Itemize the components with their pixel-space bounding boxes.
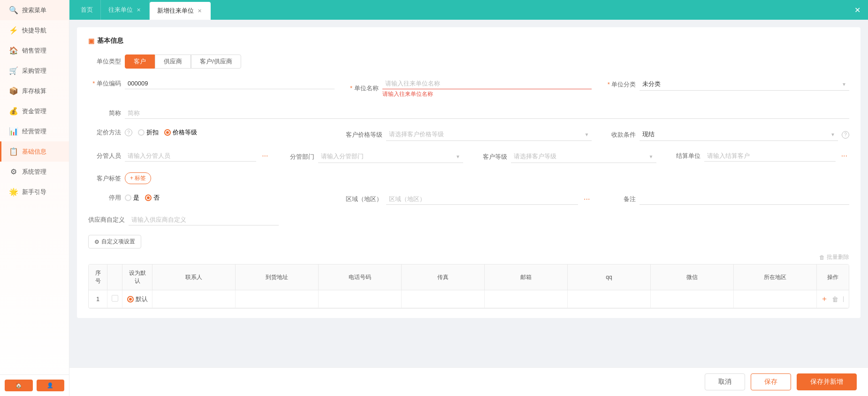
region-input[interactable] [386,194,578,205]
short-name-input[interactable] [125,108,849,119]
unit-code-input[interactable] [125,78,335,89]
radio-price-level[interactable]: 价格等级 [164,128,197,137]
manager-more-btn[interactable]: ··· [260,152,270,160]
sidebar-item-basic-info[interactable]: 📋 基础信息 [0,141,69,162]
default-radio[interactable] [127,296,134,303]
sidebar-home-btn[interactable]: 🏠 [5,380,33,391]
cell-checkbox[interactable] [107,290,122,308]
sidebar-item-finance[interactable]: 💰 资金管理 [0,101,69,121]
section-icon: ▣ [88,37,94,45]
row-add-btn[interactable]: ＋ [821,294,828,304]
supplier-custom-input[interactable] [129,214,279,225]
col-wechat: 微信 [650,264,733,290]
sidebar-item-purchase[interactable]: 🛒 采购管理 [0,61,69,81]
table-row: 1 默认 [89,290,849,308]
payment-terms-select[interactable]: 现结 ▼ [640,128,838,141]
col-email: 邮箱 [485,264,568,290]
custom-settings-row: ⚙ 自定义项设置 [88,235,849,248]
department-placeholder: 请输入分管部门 [321,152,364,161]
default-label: 默认 [136,295,148,303]
content-area: ▣ 基本信息 单位类型 客户 供应商 客户/供应商 单位编码 [69,20,868,367]
department-select[interactable]: 请输入分管部门 ▼ [318,150,464,163]
radio-price-level-circle [164,129,171,136]
manager-input[interactable] [125,150,256,162]
tags-field: 客户标签 + 标签 [88,172,849,184]
short-name-field: 简称 [88,108,849,119]
home-icon: 🏠 [9,46,18,55]
scroll-indicator: │ [842,296,845,302]
unit-name-input[interactable] [382,78,592,89]
window-close-btn[interactable]: ✕ [851,4,864,16]
cell-phone[interactable] [319,290,402,308]
cell-qq[interactable] [567,290,650,308]
radio-yes[interactable]: 是 [125,194,139,202]
radio-discount[interactable]: 折扣 [138,128,159,137]
section-title: ▣ 基本信息 [88,37,849,45]
money-icon: 💰 [9,107,18,116]
cell-wechat[interactable] [650,290,733,308]
sidebar-item-guide[interactable]: 🌟 新手引导 [0,182,69,202]
customer-price-chevron: ▼ [584,132,589,137]
remark-label: 备注 [603,195,636,203]
tab-new-contact[interactable]: 新增往来单位 ✕ [150,2,211,20]
region-more-btn[interactable]: ··· [582,195,592,203]
tab-new-contact-label: 新增往来单位 [157,7,194,15]
sidebar-item-sales[interactable]: 🏠 销售管理 [0,40,69,61]
sidebar-item-system[interactable]: ⚙ 系统管理 [0,162,69,182]
sidebar-item-operations[interactable]: 📊 经营管理 [0,121,69,141]
tab-contacts-close[interactable]: ✕ [136,7,142,13]
type-btn-customer[interactable]: 客户 [125,54,155,69]
sidebar-item-inventory[interactable]: 📦 库存核算 [0,81,69,101]
unit-type-field: 单位类型 客户 供应商 客户/供应商 [88,54,849,69]
remark-input[interactable] [640,194,849,205]
cancel-button[interactable]: 取消 [705,373,745,390]
unit-category-select[interactable]: 未分类 ▼ [640,78,849,91]
chart-icon: 📊 [9,127,18,136]
sidebar-item-label: 基础信息 [22,148,46,156]
radio-no[interactable]: 否 [145,194,160,202]
radio-no-circle [145,194,152,201]
payment-help-icon[interactable]: ? [842,131,849,139]
main-content: 首页 往来单位 ✕ 新增往来单位 ✕ ✕ ▣ 基本信息 单位类型 [69,0,868,396]
type-btn-supplier[interactable]: 供应商 [155,54,191,69]
col-qq: qq [567,264,650,290]
col-seq: 序号 [89,264,107,290]
sidebar-item-search[interactable]: 🔍 搜索菜单 [0,0,69,20]
settlement-input[interactable] [704,150,836,162]
cell-address[interactable] [236,290,319,308]
disabled-row: 停用 是 否 区域（地区） ··· [88,194,849,205]
pricing-help-icon[interactable]: ? [125,129,132,136]
tab-contacts[interactable]: 往来单位 ✕ [101,0,150,20]
type-btn-both[interactable]: 客户/供应商 [191,54,241,69]
row-delete-btn[interactable]: 🗑 [832,295,838,303]
region-field: 区域（地区） ··· [346,194,592,205]
payment-terms-label: 收款条件 [603,131,636,139]
cell-default: 默认 [122,290,152,308]
cell-email[interactable] [485,290,568,308]
col-checkbox [107,264,122,290]
customer-price-select[interactable]: 请选择客户价格等级 ▼ [386,128,592,141]
tags-label: 客户标签 [88,174,121,183]
save-button[interactable]: 保存 [751,373,791,390]
sidebar-item-quick-nav[interactable]: ⚡ 快捷导航 [0,20,69,40]
trash-icon: 🗑 [819,254,825,261]
col-fax: 传真 [402,264,485,290]
customer-price-placeholder: 请选择客户价格等级 [389,130,444,139]
sidebar-item-label: 系统管理 [22,168,46,176]
cell-contact[interactable] [152,290,236,308]
custom-settings-label: 自定义项设置 [101,238,135,246]
tab-new-contact-close[interactable]: ✕ [197,8,203,14]
tab-home[interactable]: 首页 [73,0,101,20]
tab-bar: 首页 往来单位 ✕ 新增往来单位 ✕ ✕ [69,0,868,20]
tags-row: 客户标签 + 标签 [88,172,849,184]
batch-delete-btn[interactable]: 🗑 批量删除 [819,253,849,261]
save-new-button[interactable]: 保存并新增 [797,373,857,390]
cell-region[interactable] [733,290,816,308]
sidebar-user-btn[interactable]: 👤 [37,380,65,391]
sidebar-item-label: 销售管理 [22,47,46,55]
cell-fax[interactable] [402,290,485,308]
add-tag-btn[interactable]: + 标签 [125,172,151,184]
settlement-more-btn[interactable]: ··· [839,152,849,160]
custom-settings-btn[interactable]: ⚙ 自定义项设置 [88,235,141,248]
customer-level-select[interactable]: 请选择客户等级 ▼ [511,150,656,163]
